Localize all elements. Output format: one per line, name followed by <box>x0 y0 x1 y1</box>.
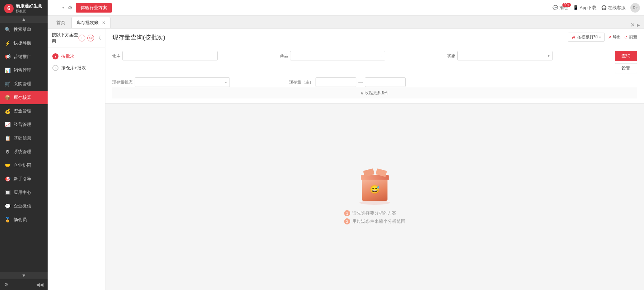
empty-content: 😅 1 请先选 <box>344 167 405 226</box>
sidebar-item-label: 企业协同 <box>14 162 31 168</box>
user-name: Rit <box>633 6 637 10</box>
sidebar-logo: 6 畅康通好生意 标准版 <box>4 3 44 14</box>
empty-state: 😅 1 请先选 <box>105 104 644 290</box>
sidebar-item-inventory[interactable]: 📦 库存核算 <box>0 91 48 104</box>
add-scheme-button[interactable]: + <box>79 35 85 41</box>
sidebar-item-enterprise-wechat[interactable]: 💬 企业微信 <box>0 199 48 213</box>
refresh-label: 刷新 <box>629 34 637 40</box>
product-input[interactable]: ··· <box>290 51 385 60</box>
vip-icon: 🏅 <box>4 216 11 223</box>
inventory-status-label: 现存量状态 <box>112 79 133 85</box>
refresh-icon: ↺ <box>624 35 628 40</box>
sidebar-scroll-down[interactable]: ▼ <box>0 272 48 279</box>
search-menu-icon: 🔍 <box>4 26 11 33</box>
tab-inventory-batch[interactable]: 库存批次账 ✕ <box>71 17 111 28</box>
sidebar-item-basics[interactable]: 📋 基础信息 <box>0 131 48 145</box>
tab-arrow-icon[interactable]: ▶ <box>637 23 640 28</box>
collapse-sidebar-icon[interactable]: ◀◀ <box>36 282 44 287</box>
close-tab-area-button[interactable]: ✕ <box>630 22 635 28</box>
edition-label: 标准版 <box>16 9 42 14</box>
scheme-item-label: 按批次 <box>61 53 74 59</box>
topbar-actions: 💬 消息 99+ 📱 App下载 🎧 在线客服 Rit <box>553 3 640 13</box>
sidebar-item-quick-nav[interactable]: ⚡ 快捷导航 <box>0 36 48 50</box>
sidebar-scroll-up[interactable]: ▲ <box>0 16 48 23</box>
sidebar-item-enterprise[interactable]: 🤝 企业协同 <box>0 159 48 172</box>
empty-tip-2: 2 用过滤条件来缩小分析范围 <box>344 218 405 224</box>
collapse-left-panel-button[interactable]: 《 <box>96 35 101 41</box>
dropdown-arrow-icon[interactable]: ▾ <box>62 5 64 10</box>
scheme-active-icon: ● <box>52 53 58 59</box>
export-button[interactable]: ↗ 导出 <box>608 34 621 40</box>
warehouse-label: 仓库 <box>112 53 120 59</box>
sidebar-item-operations[interactable]: 📈 经营管理 <box>0 118 48 131</box>
inventory-qty-to-input[interactable] <box>365 77 406 87</box>
print-template-button[interactable]: 🖨 按模板打印 ▾ <box>568 33 605 42</box>
collapse-more-button[interactable]: ∧ 收起更多条件 <box>112 87 637 98</box>
product-more-icon[interactable]: ··· <box>379 54 382 58</box>
sidebar-item-label: 销售管理 <box>14 67 31 73</box>
sidebar-item-system[interactable]: ⚙ 系统管理 <box>0 145 48 159</box>
app-download-icon: 📱 <box>573 5 578 10</box>
left-panel-header: 按以下方案查询 + ⚙ 《 <box>48 29 105 48</box>
trial-button[interactable]: 体验行业方案 <box>76 3 112 13</box>
empty-illustration: 😅 <box>354 167 395 205</box>
breadcrumb: — — ▾ <box>52 5 64 10</box>
app-download-button[interactable]: 📱 App下载 <box>573 5 596 11</box>
warehouse-input[interactable]: ··· <box>122 51 218 60</box>
sidebar-item-label: 应用中心 <box>14 189 31 196</box>
sidebar-header: 6 畅康通好生意 标准版 <box>0 0 48 16</box>
inventory-status-select[interactable]: ▾ <box>135 77 230 87</box>
print-icon: 🖨 <box>572 35 576 40</box>
status-label: 状态 <box>447 53 455 59</box>
inventory-qty-from-input[interactable] <box>316 77 356 87</box>
collapse-label: 收起更多条件 <box>365 90 389 96</box>
sidebar-item-marketing[interactable]: 📢 营销推广 <box>0 50 48 64</box>
online-service-button[interactable]: 🎧 在线客服 <box>601 5 626 11</box>
tab-home[interactable]: 首页 <box>52 17 70 28</box>
sidebar-item-sales[interactable]: 📊 销售管理 <box>0 64 48 77</box>
sidebar-item-vip[interactable]: 🏅 畅会员 <box>0 213 48 226</box>
inventory-icon: 📦 <box>4 94 11 101</box>
sidebar-item-finance[interactable]: 💰 资金管理 <box>0 104 48 118</box>
sidebar-item-newbie[interactable]: 🎯 新手引导 <box>0 172 48 186</box>
user-avatar[interactable]: Rit <box>630 3 640 13</box>
scheme-item-by-warehouse-batch[interactable]: ○ 按仓库+批次 <box>48 62 105 74</box>
print-label: 按模板打印 <box>577 34 598 40</box>
sidebar: 6 畅康通好生意 标准版 ▲ 🔍 搜索菜单 ⚡ 快捷导航 📢 营销推广 <box>0 0 48 290</box>
export-label: 导出 <box>613 34 621 40</box>
gear-icon[interactable]: ⚙ <box>68 4 72 11</box>
scheme-item-by-batch[interactable]: ● 按批次 <box>48 51 105 62</box>
sales-icon: 📊 <box>4 67 11 74</box>
settings-scheme-button[interactable]: ⚙ <box>87 35 94 41</box>
content-area: 按以下方案查询 + ⚙ 《 ● 按批次 ○ 按仓库+批次 <box>48 29 644 290</box>
status-select[interactable]: ▾ <box>457 51 553 60</box>
basics-icon: 📋 <box>4 135 11 142</box>
sidebar-footer: ⚙ ◀◀ <box>0 279 48 290</box>
sidebar-item-app-center[interactable]: 🔲 应用中心 <box>0 186 48 199</box>
collapse-arrow-icon: ∧ <box>360 91 363 95</box>
sidebar-item-search-menu[interactable]: 🔍 搜索菜单 <box>0 23 48 36</box>
sidebar-item-label: 搜索菜单 <box>14 26 31 33</box>
status-dropdown-icon[interactable]: ▾ <box>548 54 549 58</box>
online-service-label: 在线客服 <box>608 5 626 11</box>
sidebar-item-purchase[interactable]: 🛒 采购管理 <box>0 77 48 91</box>
settings-button[interactable]: 设置 <box>615 63 637 73</box>
print-dropdown-icon[interactable]: ▾ <box>599 35 601 39</box>
topbar: — — ▾ ⚙ 体验行业方案 💬 消息 99+ 📱 App下载 🎧 在线客服 <box>48 0 644 16</box>
purchase-icon: 🛒 <box>4 80 11 87</box>
query-button[interactable]: 查询 <box>615 51 637 61</box>
tab-close-icon[interactable]: ✕ <box>102 20 105 25</box>
inventory-status-dropdown-icon[interactable]: ▾ <box>225 80 227 84</box>
refresh-button[interactable]: ↺ 刷新 <box>624 34 637 40</box>
message-icon: 💬 <box>553 5 558 10</box>
enterprise-wechat-icon: 💬 <box>4 203 11 210</box>
warehouse-more-icon[interactable]: ··· <box>211 54 215 58</box>
sidebar-item-label: 基础信息 <box>14 135 31 141</box>
app-download-label: App下载 <box>580 5 596 11</box>
page-header-actions: 🖨 按模板打印 ▾ ↗ 导出 ↺ 刷新 <box>568 33 637 42</box>
message-button[interactable]: 💬 消息 99+ <box>553 5 568 11</box>
page-title: 现存量查询(按批次) <box>112 33 165 41</box>
settings-icon[interactable]: ⚙ <box>4 282 9 287</box>
right-panel: 现存量查询(按批次) 🖨 按模板打印 ▾ ↗ 导出 ↺ <box>105 29 644 290</box>
left-panel-actions: + ⚙ 《 <box>79 35 101 41</box>
